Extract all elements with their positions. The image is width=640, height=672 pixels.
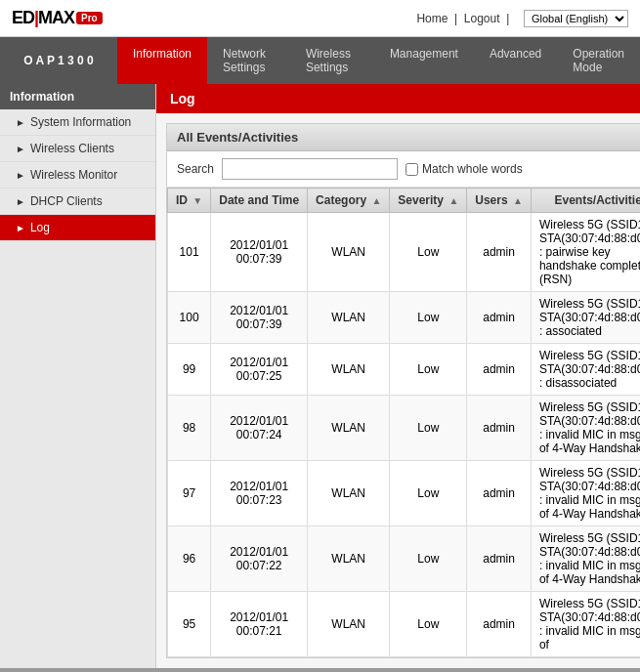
arrow-icon: ► [16, 170, 25, 181]
cell-users-0: admin [467, 213, 532, 292]
cell-category-1: WLAN [308, 292, 390, 344]
table-row: 1002012/01/01 00:07:39WLANLowadminWirele… [168, 292, 641, 344]
nav-management[interactable]: Management [374, 37, 474, 84]
nav-operation-mode[interactable]: Operation Mode [557, 37, 640, 84]
nav-items: Information Network Settings Wireless Se… [117, 37, 640, 84]
sidebar-item-wireless-clients[interactable]: ► Wireless Clients [0, 136, 155, 162]
events-table: ID ▼ Date and Time Category ▲ [167, 188, 640, 657]
sidebar-item-system-information[interactable]: ► System Information [0, 109, 155, 136]
sidebar-label-log: Log [30, 221, 50, 234]
cell-severity-1: Low [390, 292, 467, 344]
col-events-label: Events/Activities [554, 193, 640, 207]
cell-category-5: WLAN [308, 526, 390, 592]
events-panel: All Events/Activities Search Match whole… [166, 123, 640, 658]
nav-network-settings[interactable]: Network Settings [207, 37, 290, 84]
main-layout: Information ► System Information ► Wirel… [0, 84, 640, 668]
header-links: Home | Logout | Global (English) [416, 10, 628, 27]
table-row: 992012/01/01 00:07:25WLANLowadminWireles… [168, 344, 641, 396]
col-datetime[interactable]: Date and Time [211, 189, 308, 213]
cell-event-1: Wireless 5G (SSID1). STA(30:07:4d:88:d0:… [531, 292, 640, 344]
sidebar-label-wireless-monitor: Wireless Monitor [30, 168, 117, 182]
logo-pro-badge: Pro [76, 12, 103, 24]
nav-wireless-settings[interactable]: Wireless Settings [290, 37, 374, 84]
cell-datetime-6: 2012/01/01 00:07:21 [211, 592, 308, 657]
col-id[interactable]: ID ▼ [168, 189, 211, 213]
sidebar: Information ► System Information ► Wirel… [0, 84, 156, 668]
arrow-icon: ► [16, 117, 25, 128]
cell-severity-3: Low [390, 396, 467, 461]
col-datetime-label: Date and Time [219, 193, 299, 207]
cell-severity-0: Low [390, 213, 467, 292]
cell-category-6: WLAN [308, 592, 390, 657]
home-link[interactable]: Home [416, 12, 448, 25]
cell-id-0: 101 [168, 213, 211, 292]
cell-event-3: Wireless 5G (SSID1). STA(30:07:4d:88:d0:… [531, 396, 640, 461]
arrow-icon: ► [16, 144, 25, 154]
footer: Copyright 2017 © EDIMAX Technology Co., … [0, 668, 640, 672]
device-name: O A P 1 3 0 0 [0, 54, 117, 67]
cell-id-6: 95 [168, 592, 211, 657]
cell-id-2: 99 [168, 344, 211, 396]
col-severity-label: Severity [398, 193, 444, 207]
arrow-icon: ► [16, 196, 25, 207]
cell-datetime-0: 2012/01/01 00:07:39 [211, 213, 308, 292]
sidebar-item-dhcp-clients[interactable]: ► DHCP Clients [0, 189, 155, 215]
cell-category-0: WLAN [308, 213, 390, 292]
navbar: O A P 1 3 0 0 Information Network Settin… [0, 37, 640, 84]
cell-datetime-1: 2012/01/01 00:07:39 [211, 292, 308, 344]
cell-category-4: WLAN [308, 461, 390, 526]
cell-datetime-4: 2012/01/01 00:07:23 [211, 461, 308, 526]
sort-arrow-category: ▲ [371, 195, 381, 206]
cell-users-6: admin [467, 592, 532, 657]
match-whole-words-checkbox[interactable] [405, 163, 418, 176]
cell-event-4: Wireless 5G (SSID1). STA(30:07:4d:88:d0:… [531, 461, 640, 526]
cell-severity-4: Low [390, 461, 467, 526]
cell-users-1: admin [467, 292, 532, 344]
col-events[interactable]: Events/Activities [531, 189, 640, 213]
cell-severity-6: Low [390, 592, 467, 657]
header: ED|MAX Pro Home | Logout | Global (Engli… [0, 0, 640, 37]
sort-arrow-severity: ▲ [448, 195, 458, 206]
col-users[interactable]: Users ▲ [467, 189, 532, 213]
language-select[interactable]: Global (English) [524, 10, 628, 27]
cell-users-2: admin [467, 344, 532, 396]
search-label: Search [177, 162, 214, 176]
sidebar-item-log[interactable]: ► Log [0, 215, 155, 241]
match-label-text: Match whole words [422, 162, 523, 176]
sidebar-section-title: Information [0, 84, 155, 109]
sort-arrow-id: ▼ [192, 195, 202, 206]
cell-event-5: Wireless 5G (SSID1). STA(30:07:4d:88:d0:… [531, 526, 640, 592]
logout-link[interactable]: Logout [464, 12, 500, 25]
col-severity[interactable]: Severity ▲ [390, 189, 467, 213]
nav-information[interactable]: Information [117, 37, 207, 84]
col-users-label: Users [475, 193, 507, 207]
table-row: 972012/01/01 00:07:23WLANLowadminWireles… [168, 461, 641, 526]
search-input[interactable] [222, 158, 398, 180]
col-category[interactable]: Category ▲ [308, 189, 390, 213]
cell-users-3: admin [467, 396, 532, 461]
table-row: 1012012/01/01 00:07:39WLANLowadminWirele… [168, 213, 641, 292]
cell-severity-5: Low [390, 526, 467, 592]
cell-id-1: 100 [168, 292, 211, 344]
sidebar-label-dhcp-clients: DHCP Clients [30, 194, 103, 208]
match-whole-words-label[interactable]: Match whole words [405, 162, 523, 176]
cell-id-3: 98 [168, 396, 211, 461]
cell-datetime-3: 2012/01/01 00:07:24 [211, 396, 308, 461]
cell-users-5: admin [467, 526, 532, 592]
table-row: 982012/01/01 00:07:24WLANLowadminWireles… [168, 396, 641, 461]
table-body: 1012012/01/01 00:07:39WLANLowadminWirele… [168, 213, 641, 657]
arrow-icon: ► [16, 223, 25, 233]
table-container: ID ▼ Date and Time Category ▲ [167, 188, 640, 657]
cell-event-2: Wireless 5G (SSID1). STA(30:07:4d:88:d0:… [531, 344, 640, 396]
sidebar-item-wireless-monitor[interactable]: ► Wireless Monitor [0, 162, 155, 189]
sidebar-label-system-information: System Information [30, 115, 131, 129]
nav-advanced[interactable]: Advanced [474, 37, 557, 84]
search-bar: Search Match whole words [167, 151, 640, 188]
cell-category-3: WLAN [308, 396, 390, 461]
col-id-label: ID [176, 193, 188, 207]
table-row: 962012/01/01 00:07:22WLANLowadminWireles… [168, 526, 641, 592]
table-header-row: ID ▼ Date and Time Category ▲ [168, 189, 641, 213]
logo: ED|MAX Pro [12, 8, 103, 28]
logo-text: ED|MAX [12, 8, 74, 28]
table-row: 952012/01/01 00:07:21WLANLowadminWireles… [168, 592, 641, 657]
